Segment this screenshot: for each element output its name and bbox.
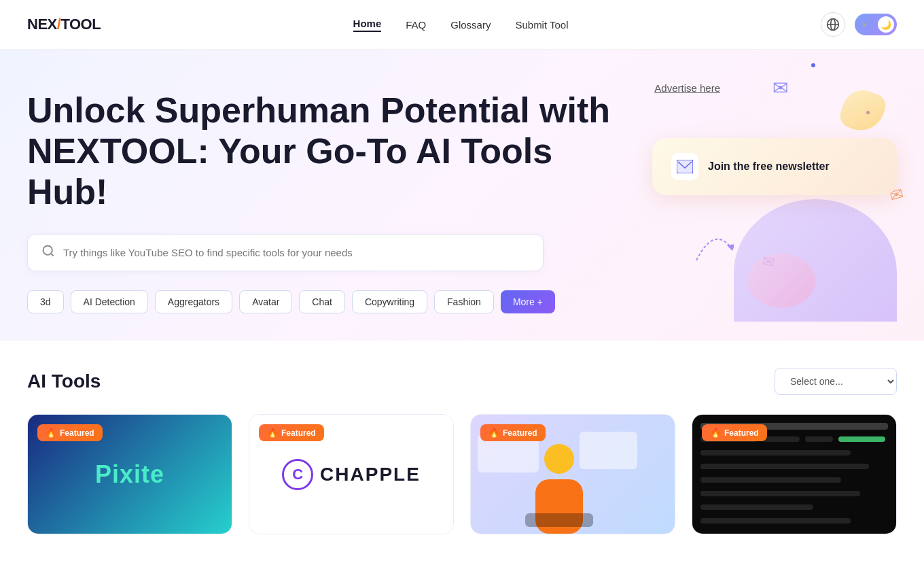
hero-content: Unlock Superhuman Potential with NEXTOOL…	[27, 90, 611, 313]
fire-icon-2: 🔥	[267, 428, 278, 438]
featured-badge-pixite: 🔥 Featured	[37, 424, 103, 441]
tag-aggregators[interactable]: Aggregators	[155, 290, 232, 313]
search-input[interactable]	[63, 247, 529, 258]
chapple-logo: C CHAPPLE	[282, 459, 421, 490]
language-selector[interactable]	[821, 12, 845, 37]
tag-ai-detection[interactable]: AI Detection	[71, 290, 148, 313]
dark-mode-toggle[interactable]: ☀ 🌙	[855, 14, 897, 35]
fire-icon-3: 🔥	[488, 428, 499, 438]
header-actions: ☀ 🌙	[821, 12, 897, 37]
card-dark[interactable]: 🔥 Featured	[692, 414, 897, 534]
nav-glossary[interactable]: Glossary	[450, 19, 491, 31]
deco-mail-3: ✉	[761, 253, 776, 273]
svg-line-4	[51, 254, 54, 256]
header: NEX / TOOL Home FAQ Glossary Submit Tool…	[0, 0, 924, 50]
hero-section: Unlock Superhuman Potential with NEXTOOL…	[0, 50, 924, 341]
logo-text-nex: NEX	[27, 16, 57, 33]
svg-point-10	[544, 444, 574, 474]
featured-badge-presenter: 🔥 Featured	[480, 424, 546, 441]
search-icon	[41, 244, 55, 261]
card-chapple[interactable]: 🔥 Featured C CHAPPLE	[249, 414, 454, 534]
card-chapple-image: 🔥 Featured C CHAPPLE	[249, 415, 453, 534]
logo-text-tool: TOOL	[60, 16, 101, 33]
fire-icon: 🔥	[46, 428, 56, 438]
newsletter-text: Join the free newsletter	[708, 160, 830, 173]
tools-header: AI Tools Select one... Latest Most Popul…	[27, 368, 897, 395]
card-dark-image: 🔥 Featured	[692, 415, 896, 534]
card-pixite[interactable]: 🔥 Featured Pixite	[27, 414, 232, 534]
card-pixite-image: 🔥 Featured Pixite	[28, 415, 232, 534]
pixite-logo: Pixite	[95, 460, 164, 489]
hero-heading: Unlock Superhuman Potential with NEXTOOL…	[27, 90, 611, 212]
card-presenter[interactable]: 🔥 Featured	[470, 414, 675, 534]
cards-grid: 🔥 Featured Pixite 🔥 Featured C CHAPPLE	[27, 414, 897, 534]
svg-marker-7	[727, 244, 734, 251]
moon-icon: 🌙	[881, 20, 891, 30]
featured-badge-dark: 🔥 Featured	[702, 424, 767, 441]
tag-chat[interactable]: Chat	[299, 290, 345, 313]
svg-rect-5	[677, 160, 693, 173]
svg-rect-9	[580, 432, 637, 469]
card-presenter-image: 🔥 Featured	[471, 415, 675, 534]
nav-faq[interactable]: FAQ	[406, 19, 426, 31]
blob-yellow	[837, 85, 889, 137]
featured-badge-chapple: 🔥 Featured	[259, 424, 324, 441]
search-bar	[27, 234, 544, 271]
tag-more[interactable]: More +	[501, 290, 555, 313]
advertise-link[interactable]: Advertise here	[654, 82, 720, 94]
tag-avatar[interactable]: Avatar	[239, 290, 292, 313]
deco-dot-2	[866, 111, 870, 114]
sun-icon: ☀	[860, 20, 868, 30]
deco-arrow	[693, 233, 734, 267]
newsletter-card[interactable]: Join the free newsletter	[652, 138, 897, 195]
blob-pink	[747, 254, 815, 308]
svg-point-3	[43, 246, 52, 255]
tags-container: 3d AI Detection Aggregators Avatar Chat …	[27, 290, 598, 313]
nav-home[interactable]: Home	[353, 18, 382, 32]
sort-select[interactable]: Select one... Latest Most Popular Top Ra…	[775, 368, 897, 395]
main-nav: Home FAQ Glossary Submit Tool	[353, 18, 569, 32]
chapple-c-circle: C	[282, 459, 313, 490]
tag-3d[interactable]: 3d	[27, 290, 64, 313]
tag-fashion[interactable]: Fashion	[434, 290, 494, 313]
chapple-name: CHAPPLE	[320, 464, 421, 485]
nav-submit-tool[interactable]: Submit Tool	[515, 19, 568, 31]
tools-section-title: AI Tools	[27, 371, 101, 392]
main-content: AI Tools Select one... Latest Most Popul…	[0, 341, 924, 562]
deco-dot-1	[811, 63, 815, 67]
tag-copywriting[interactable]: Copywriting	[352, 290, 427, 313]
svg-rect-12	[525, 513, 593, 527]
newsletter-envelope-icon	[671, 153, 698, 180]
blob-purple	[734, 199, 897, 322]
fire-icon-4: 🔥	[710, 428, 721, 438]
deco-mail-1: ✉	[772, 77, 788, 99]
logo[interactable]: NEX / TOOL	[27, 16, 101, 33]
